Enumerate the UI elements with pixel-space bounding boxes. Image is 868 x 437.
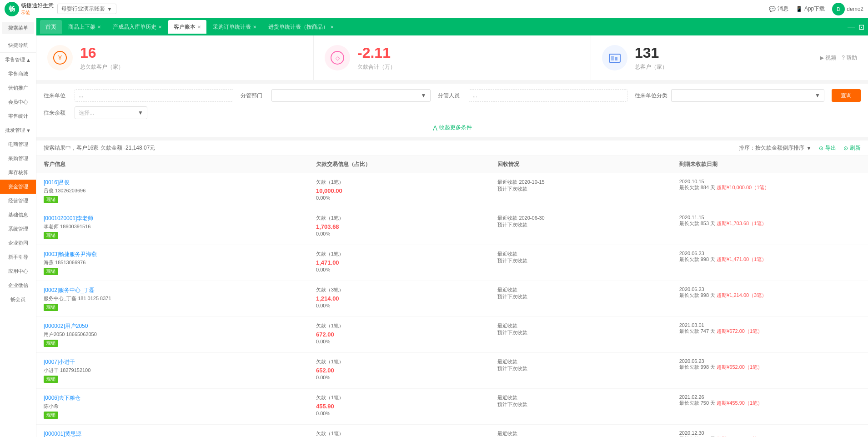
chevron-balance-icon: ▼	[138, 110, 143, 116]
sidebar-item-enterprise[interactable]: 企业协同	[0, 236, 36, 250]
due-cell: 2020.11.15 最长欠款 853 天 超期¥1,703.68（1笔）	[679, 215, 861, 227]
customer-contact: 海燕 18513066976	[44, 259, 316, 266]
customer-name[interactable]: [0003]畅捷服务尹海燕	[44, 251, 316, 258]
collapse-icon: ⋀	[433, 125, 437, 131]
customer-name[interactable]: [0006]去下粮仓	[44, 394, 316, 402]
search-button[interactable]: 查询	[832, 89, 861, 102]
customer-name[interactable]: [0007]小进干	[44, 358, 316, 366]
tab-close-customer[interactable]: ✕	[197, 25, 201, 30]
sidebar-item-member[interactable]: 畅会员	[0, 292, 36, 306]
recovery-cell: 最近收款 2020-06-30 预计下次收款	[497, 215, 679, 228]
sidebar-item-purchase-mgmt[interactable]: 采购管理	[0, 151, 36, 166]
search-menu-btn[interactable]: 搜索菜单	[2, 22, 34, 34]
sidebar-item-retail-mgmt[interactable]: 零售管理 ▲	[0, 53, 36, 67]
tab-customer-account[interactable]: 客户账本 ✕	[168, 20, 206, 34]
tab-product-listing[interactable]: 商品上下架 ✕	[63, 20, 106, 34]
category-input[interactable]: ▼	[671, 89, 824, 102]
customers-icon	[602, 45, 627, 70]
sidebar-item-basic-info[interactable]: 基础信息	[0, 208, 36, 222]
customer-contact: 吕俊 13026203696	[44, 187, 316, 194]
col-header-debt: 欠款交易信息（占比）	[316, 161, 497, 168]
logo-area: 畅 畅捷通好生意 示范	[5, 2, 54, 16]
sidebar-item-marketing[interactable]: 营销推广	[0, 81, 36, 95]
play-icon: ▶	[820, 55, 824, 61]
debt-percent: 0.00%	[316, 303, 497, 308]
due-cell: 2021.02.26 最长欠款 750 天 超期¥455.90（1笔）	[679, 394, 861, 407]
help-icon: ?	[842, 55, 845, 61]
sidebar-item-inventory[interactable]: 库存核算	[0, 166, 36, 180]
tab-purchase-stats[interactable]: 采购订单统计表 ✕	[207, 20, 262, 34]
customer-name[interactable]: [0001020001]李老师	[44, 215, 316, 222]
tab-purchase-product-stats[interactable]: 进货单统计表（按商品） ✕	[263, 20, 339, 34]
customer-name[interactable]: [000001]黄思源	[44, 430, 316, 437]
export-btn[interactable]: ⊙ 导出	[819, 144, 836, 152]
person-value: ...	[473, 92, 477, 99]
main-area: 首页 商品上下架 ✕ 产成品入库单历史 ✕ 客户账本 ✕ 采购订单统计表 ✕ 进…	[36, 18, 868, 437]
svg-rect-6	[615, 57, 617, 60]
tab-home[interactable]: 首页	[40, 20, 62, 34]
debt-percent: 0.00%	[316, 375, 497, 380]
video-btn[interactable]: ▶ 视频	[820, 54, 836, 62]
customer-name[interactable]: [000002]用户2050	[44, 322, 316, 330]
debt-icon: ◇	[325, 45, 350, 70]
customer-tag: 现销	[44, 304, 58, 311]
sidebar-item-wholesale-mgmt[interactable]: 批发管理 ▼	[0, 123, 36, 137]
customer-name[interactable]: [0016]吕俊	[44, 179, 316, 186]
due-date: 2020.12.30	[679, 430, 861, 436]
supplier-input[interactable]: ...	[75, 89, 233, 102]
sidebar-item-member-center[interactable]: 会员中心	[0, 95, 36, 109]
sidebar-item-system[interactable]: 系统管理	[0, 222, 36, 236]
tab-minimize-icon[interactable]: —	[848, 23, 855, 31]
customer-cell: [0006]去下粮仓 陈小希 现销	[44, 394, 316, 419]
overdue-link[interactable]: 超期¥455.90（1笔）	[717, 400, 763, 406]
balance-placeholder: 选择...	[79, 109, 94, 117]
overdue-link[interactable]: 超期¥1,471.00（1笔）	[717, 256, 767, 262]
refresh-btn[interactable]: ⊙ 刷新	[843, 144, 861, 152]
customer-name[interactable]: [0002]服务中心_丁磊	[44, 286, 316, 294]
tab-close-purchase-product[interactable]: ✕	[330, 25, 334, 30]
sidebar-item-retail-stats[interactable]: 零售统计	[0, 109, 36, 123]
stats-row: ¥ 16 总欠款客户（家） ◇	[36, 35, 868, 80]
sidebar-item-operations[interactable]: 经营管理	[0, 194, 36, 208]
tab-close-purchase[interactable]: ✕	[253, 25, 256, 30]
sidebar-item-guide[interactable]: 新手引导	[0, 250, 36, 264]
person-input[interactable]: ...	[469, 89, 627, 102]
sidebar-item-retail-mall[interactable]: 零售商城	[0, 67, 36, 81]
collapse-filter-btn[interactable]: ⋀ 收起更多条件	[433, 124, 472, 131]
sidebar-item-quick-nav[interactable]: 快捷导航	[0, 38, 36, 52]
sort-selector[interactable]: 排序：按欠款金额倒序排序 ▼	[739, 144, 812, 152]
overdue-link[interactable]: 超期¥1,214.00（3笔）	[717, 292, 767, 298]
tab-expand-icon[interactable]: ⊡	[858, 23, 864, 31]
tab-close-production[interactable]: ✕	[158, 25, 162, 30]
next-collect: 预计下次收款	[497, 257, 679, 264]
sidebar-item-ecommerce[interactable]: 电商管理	[0, 137, 36, 151]
tab-production-history[interactable]: 产成品入库单历史 ✕	[107, 20, 167, 34]
overdue-link[interactable]: 超期¥672.00（1笔）	[717, 328, 763, 334]
due-date: 2020.11.15	[679, 215, 861, 220]
debt-amount: 10,000.00	[316, 187, 497, 194]
message-btn[interactable]: 💬 消息	[769, 5, 788, 13]
overdue-link[interactable]: 超期¥1,703.68（1笔）	[717, 221, 767, 226]
store-selector[interactable]: 母婴行业演示账套 ▼	[57, 4, 116, 14]
sidebar-item-wechat[interactable]: 企业微信	[0, 278, 36, 292]
user-avatar-area[interactable]: D demo2	[832, 3, 863, 15]
overdue-link[interactable]: 超期¥652.00（1笔）	[717, 364, 763, 370]
last-collect: 最近收款	[497, 322, 679, 329]
tab-close-product[interactable]: ✕	[97, 25, 101, 30]
last-collect: 最近收款 2020-06-30	[497, 215, 679, 221]
overdue-link[interactable]: 超期¥10,000.00（1笔）	[717, 185, 769, 190]
top-bar-left: 畅 畅捷通好生意 示范 母婴行业演示账套 ▼	[5, 2, 116, 16]
next-collect: 预计下次收款	[497, 186, 679, 192]
dept-input[interactable]: ▼	[271, 89, 430, 102]
balance-input[interactable]: 选择... ▼	[75, 106, 147, 119]
debt-info: 欠款（1笔）	[316, 358, 497, 365]
sidebar-item-app-center[interactable]: 应用中心	[0, 264, 36, 278]
app-download-btn[interactable]: 📱 App下载	[796, 5, 825, 13]
due-date: 2020.06.23	[679, 251, 861, 256]
overdue-days: 最长欠款 884 天 超期¥10,000.00（1笔）	[679, 184, 861, 191]
sidebar-item-finance[interactable]: 资金管理	[0, 180, 36, 194]
last-collect: 最近收款	[497, 286, 679, 293]
debt-cell: 欠款（1笔） 672.00 0.00%	[316, 322, 497, 344]
help-btn[interactable]: ? 帮助	[842, 54, 857, 62]
table-row: [0006]去下粮仓 陈小希 现销 欠款（1笔） 455.90 0.00% 最近…	[36, 389, 868, 425]
